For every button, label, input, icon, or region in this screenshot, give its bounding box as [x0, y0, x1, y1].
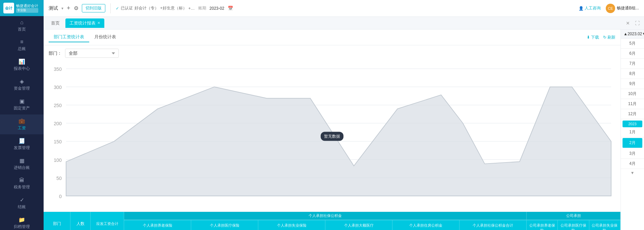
sales-icon: ▦ [19, 157, 24, 164]
invoice-icon: 🧾 [18, 138, 25, 144]
main-content: 测试 ▾ + ⚙ 切到旧版 ✓ 已认证 好会计（专） +好生意（标） +… 账期… [44, 0, 644, 230]
product-label: 好会计（专） [135, 5, 159, 11]
avatar: CE [606, 4, 615, 13]
rp-month-4[interactable]: 4月 [621, 159, 644, 169]
dept-filter-select[interactable]: 全部 部门1 部门2 [65, 49, 119, 58]
rp-month-9[interactable]: 9月 [621, 79, 644, 89]
certified-label: 已认证 [121, 5, 133, 11]
refresh-icon: ↻ [603, 35, 606, 40]
rp-month-7[interactable]: 7月 [621, 59, 644, 69]
svg-text:0: 0 [59, 194, 62, 199]
th-personal-unemployment: 个人承担失业保险 [258, 220, 325, 230]
logo-text: 畅捷通好会计 专业版 [16, 3, 38, 13]
rp-month-2-active[interactable]: 2月 [623, 138, 642, 148]
tab-close-icon[interactable]: ✕ [97, 21, 100, 25]
sidebar-item-salary[interactable]: 💼 工资 [0, 114, 44, 134]
topbar-right: 👤 人工咨询 CE 畅捷通B组... [579, 4, 639, 13]
calendar-icon[interactable]: 📅 [228, 6, 233, 11]
topbar-status: ✓ 已认证 好会计（专） +好生意（标） +… [116, 5, 195, 11]
group-company: 公司承担 公司承担养老保险 公司承担医疗保险 公司承担失业保险 [527, 212, 621, 230]
th-personal-pension: 个人承担养老保险 [124, 220, 191, 230]
period-label: 账期 [198, 5, 206, 11]
svg-text:350: 350 [54, 66, 62, 72]
sidebar-item-report[interactable]: 📊 报表中心 [0, 55, 44, 75]
subtab-monthly[interactable]: 月份统计表 [89, 32, 121, 42]
rp-month-11[interactable]: 11月 [621, 99, 644, 109]
product-more: +… [189, 6, 195, 11]
content-area: 部门工资统计表 月份统计表 ⬇ 下载 ↻ 刷新 [44, 30, 621, 230]
svg-text:150: 150 [54, 139, 62, 145]
topbar-settings-icon[interactable]: ⚙ [74, 5, 78, 11]
rp-month-6[interactable]: 6月 [621, 49, 644, 59]
group-personal-columns: 个人承担养老保险 个人承担医疗保险 个人承担失业保险 个人承担大额医疗 [124, 220, 527, 230]
rp-month-10[interactable]: 10月 [621, 89, 644, 99]
user-menu[interactable]: CE 畅捷通B组... [606, 4, 639, 13]
salary-icon: 💼 [18, 118, 25, 124]
subtab-actions: ⬇ 下载 ↻ 刷新 [587, 35, 615, 40]
rp-month-5[interactable]: 5月 [621, 39, 644, 49]
rp-month-12[interactable]: 12月 [621, 109, 644, 119]
th-personal-total: 个人承担社保公积金合计 [460, 220, 527, 230]
subtab-bar: 部门工资统计表 月份统计表 ⬇ 下载 ↻ 刷新 [44, 30, 621, 45]
filter-row: 部门： 全部 部门1 部门2 [44, 45, 621, 61]
th-total: 应发工资合计 [91, 212, 124, 230]
svg-text:100: 100 [54, 157, 62, 163]
rp-month-1[interactable]: 1月 [621, 127, 644, 137]
th-personal-large-medical: 个人承担大额医疗 [325, 220, 392, 230]
refresh-button[interactable]: ↻ 刷新 [603, 35, 615, 40]
report-icon: 📊 [18, 58, 25, 65]
rp-nav-down[interactable]: ▼ [642, 32, 644, 36]
topbar-add-button[interactable]: + [67, 5, 70, 12]
tab-salary-report[interactable]: 工资统计报表 ✕ [65, 18, 104, 28]
group-personal: 个人承担社保公积金 个人承担养老保险 个人承担医疗保险 个人承担失业保险 [124, 212, 527, 230]
rp-year-header: ▲ 2023.02 ▼ [621, 30, 644, 39]
sidebar-item-home[interactable]: ⌂ 首页 [0, 16, 44, 36]
svg-text:250: 250 [54, 103, 62, 108]
sidebar-item-settle[interactable]: ✓ 结账 [0, 193, 44, 213]
app-logo: 会计 畅捷通好会计 专业版 [0, 0, 44, 16]
topbar-divider [110, 3, 111, 13]
sidebar: 会计 畅捷通好会计 专业版 ⌂ 首页 ≡ 总账 📊 报表中心 ◈ 资金管理 ▣ … [0, 0, 44, 230]
product-extra: +好生意（标） [160, 5, 187, 11]
sidebar-item-assets[interactable]: ▣ 固定资产 [0, 95, 44, 114]
assets-icon: ▣ [19, 98, 24, 104]
th-personal-housing: 个人承担住房公积金 [392, 220, 460, 230]
sidebar-item-sales[interactable]: ▦ 进销台账 [0, 154, 44, 174]
tabbar: 首页 工资统计报表 ✕ ✕ ⛶ [44, 17, 644, 30]
topbar-arrow-icon: ▾ [61, 6, 63, 11]
group-company-columns: 公司承担养老保险 公司承担医疗保险 公司承担失业保险 [527, 220, 621, 230]
svg-text:300: 300 [54, 85, 62, 90]
certified-icon: ✓ [116, 6, 119, 11]
funds-icon: ◈ [20, 78, 24, 85]
rp-month-3[interactable]: 3月 [621, 149, 644, 159]
rp-nav-bottom[interactable]: ▼ [621, 169, 644, 177]
subtabs: 部门工资统计表 月份统计表 [49, 32, 121, 42]
ledger-icon: ≡ [20, 39, 23, 45]
chart-container: 350 300 250 200 150 100 50 0 [44, 61, 621, 212]
page-body: 部门工资统计表 月份统计表 ⬇ 下载 ↻ 刷新 [44, 30, 644, 230]
rp-month-8[interactable]: 8月 [621, 69, 644, 79]
sidebar-item-archive[interactable]: 📁 归档管理 [0, 213, 44, 230]
archive-icon: 📁 [18, 217, 25, 223]
sidebar-item-tax[interactable]: 🏛 税务管理 [0, 174, 44, 193]
subtab-dept[interactable]: 部门工资统计表 [49, 32, 89, 42]
help-button[interactable]: 👤 人工咨询 [579, 5, 601, 11]
tab-home[interactable]: 首页 [47, 18, 64, 28]
help-icon: 👤 [579, 6, 584, 11]
switch-to-old-button[interactable]: 切到旧版 [82, 4, 105, 12]
table-header: 部门 人数 应发工资合计 个人承担社保公积金 [44, 212, 621, 230]
svg-text:50: 50 [56, 176, 62, 181]
sidebar-item-invoice[interactable]: 🧾 发票管理 [0, 134, 44, 154]
sidebar-item-ledger[interactable]: ≡ 总账 [0, 36, 44, 55]
th-dept: 部门 [44, 212, 70, 230]
sidebar-item-funds[interactable]: ◈ 资金管理 [0, 75, 44, 95]
th-company-medical: 公司承担医疗保险 [558, 220, 589, 230]
home-icon: ⌂ [20, 19, 23, 26]
window-maximize-button[interactable]: ⛶ [634, 20, 641, 27]
username: 畅捷通B组... [617, 5, 639, 11]
rp-nav-up[interactable]: ▲ [624, 32, 628, 36]
download-button[interactable]: ⬇ 下载 [587, 35, 599, 40]
window-close-button[interactable]: ✕ [625, 20, 631, 27]
chart-svg: 350 300 250 200 150 100 50 0 [49, 64, 615, 208]
download-icon: ⬇ [587, 35, 590, 40]
